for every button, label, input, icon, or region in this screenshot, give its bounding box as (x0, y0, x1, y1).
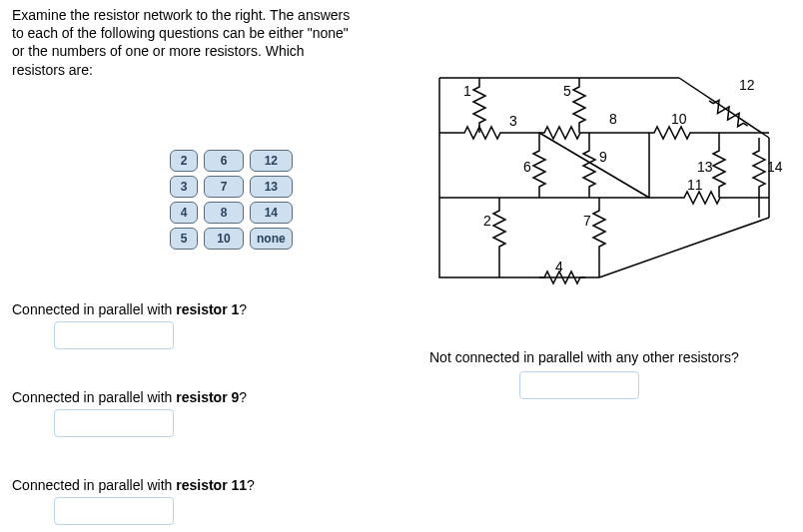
tile-12[interactable]: 12 (250, 150, 293, 172)
tile-10[interactable]: 10 (204, 228, 244, 250)
tile-2[interactable]: 2 (170, 150, 198, 172)
q1-text-post: ? (239, 301, 247, 317)
q2-text-post: ? (239, 389, 247, 405)
q1-text-bold: resistor 1 (176, 301, 239, 317)
question-2: Connected in parallel with resistor 9? (12, 389, 247, 405)
label-r10: 10 (671, 111, 687, 127)
label-r13: 13 (697, 159, 713, 175)
circuit-diagram: 1 5 12 3 8 10 6 9 13 14 11 2 7 4 (419, 68, 789, 287)
q3-text-pre: Connected in parallel with (12, 477, 176, 493)
label-r1: 1 (463, 83, 471, 99)
answer-tile-grid: 2 6 12 3 7 13 4 8 14 5 10 none (170, 150, 293, 250)
label-r5: 5 (563, 83, 571, 99)
label-r11: 11 (687, 177, 703, 193)
label-r14: 14 (767, 159, 783, 175)
label-r3: 3 (509, 113, 517, 129)
answer-input-2[interactable] (54, 409, 174, 437)
prompt-text: Examine the resistor network to the righ… (12, 6, 352, 79)
tile-14[interactable]: 14 (250, 202, 293, 224)
label-r2: 2 (483, 213, 491, 229)
label-r8: 8 (609, 111, 617, 127)
label-r7: 7 (583, 213, 591, 229)
tile-13[interactable]: 13 (250, 176, 293, 198)
tile-5[interactable]: 5 (170, 228, 198, 250)
q3-text-post: ? (247, 477, 255, 493)
answer-input-4[interactable] (519, 371, 639, 399)
question-1: Connected in parallel with resistor 1? (12, 301, 247, 317)
label-r6: 6 (523, 159, 531, 175)
question-4: Not connected in parallel with any other… (429, 349, 739, 365)
q1-text-pre: Connected in parallel with (12, 301, 176, 317)
label-r4: 4 (555, 259, 563, 274)
tile-4[interactable]: 4 (170, 202, 198, 224)
q2-text-bold: resistor 9 (176, 389, 239, 405)
tile-none[interactable]: none (250, 228, 293, 250)
answer-input-3[interactable] (54, 497, 174, 525)
label-r12: 12 (739, 77, 755, 93)
tile-7[interactable]: 7 (204, 176, 244, 198)
tile-3[interactable]: 3 (170, 176, 198, 198)
tile-6[interactable]: 6 (204, 150, 244, 172)
question-3: Connected in parallel with resistor 11? (12, 477, 255, 493)
tile-8[interactable]: 8 (204, 202, 244, 224)
q3-text-bold: resistor 11 (176, 477, 247, 493)
label-r9: 9 (599, 149, 607, 165)
q2-text-pre: Connected in parallel with (12, 389, 176, 405)
answer-input-1[interactable] (54, 321, 174, 349)
